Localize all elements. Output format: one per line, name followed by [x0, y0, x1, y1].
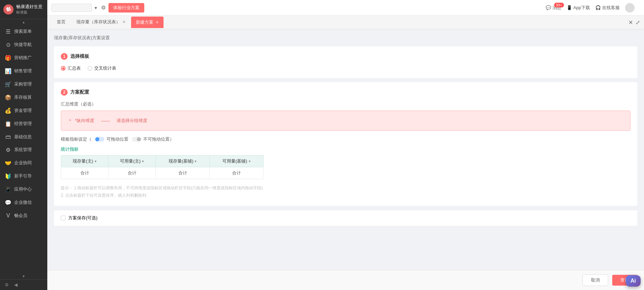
tab-expand-icon-btn[interactable]: ⤢: [636, 19, 640, 26]
message-btn[interactable]: 💬 消息 99+: [546, 5, 561, 11]
step2-card: 2 方案配置 汇总维度（必选） * *纵向维度 —— 请选择分组维度 模板指标设…: [54, 82, 637, 206]
step2-label: 2 方案配置: [61, 89, 630, 96]
topbar-right: 💬 消息 99+ 📱 App下载 🎧 在线客服: [546, 3, 640, 13]
radio-summary-table[interactable]: 汇总表: [61, 65, 81, 71]
inventory-icon: 📦: [5, 94, 11, 101]
indicators-label: 模板指标设定（: [61, 136, 92, 142]
draggable-toggle: 可拖动位置: [95, 136, 128, 142]
wechat-icon: 💬: [5, 199, 11, 206]
sidebar-nav: ☰ 搜索菜单 ⊙ 快捷导航 🎁 营销推广 📊 销售管理 🛒 采购管理 📦 库存核…: [0, 25, 47, 273]
purchase-icon: 🛒: [5, 81, 11, 88]
tab-new-plan-close-btn[interactable]: ✕: [155, 20, 159, 25]
dimension-hint: 请选择分组维度: [117, 118, 147, 124]
sidebar-item-label: 搜索菜单: [14, 28, 32, 34]
sales-icon: 📊: [5, 68, 11, 74]
sidebar-item-app-center[interactable]: 📱 应用中心: [0, 183, 47, 196]
ai-fab-button[interactable]: Ai: [626, 275, 641, 287]
col4-header[interactable]: 可用量(基辅) ▾: [209, 155, 263, 167]
sidebar-logo: 畅 畅康通好生意 标准版: [0, 0, 47, 19]
search-dropdown-btn[interactable]: ▾: [95, 5, 97, 10]
dimension-box[interactable]: * *纵向维度 —— 请选择分组维度: [61, 111, 630, 131]
hint-2: 2. 点击标题栏下拉可设置排序、插入列和删除列: [61, 192, 630, 199]
vip-icon: V: [5, 213, 11, 219]
trial-btn[interactable]: 体验行业方案: [108, 3, 144, 13]
new-guide-icon: 🔰: [5, 173, 11, 179]
hint-1: 提示： 1.拖动标题栏可以调整布局，不可跨维度或指标区域拖动栏目字段(只能在同一…: [61, 185, 630, 192]
sidebar-item-sales[interactable]: 📊 销售管理: [0, 65, 47, 78]
dimension-separator: ——: [101, 118, 110, 123]
search-input[interactable]: [51, 4, 92, 12]
sidebar-item-wechat[interactable]: 💬 企业微信: [0, 196, 47, 209]
tab-inventory-close-btn[interactable]: ✕: [122, 20, 126, 24]
system-icon: ⚙: [5, 147, 11, 153]
sidebar-item-label: 销售管理: [14, 68, 32, 74]
sidebar-item-new-guide[interactable]: 🔰 新手引导: [0, 170, 47, 183]
sidebar-item-label: 库存核算: [14, 94, 32, 100]
col2-header[interactable]: 可用量(主) ▾: [108, 155, 156, 167]
tab-inventory-status[interactable]: 现存量（库存状况表） ✕: [71, 16, 131, 29]
stats-table: 现存量(主) ▾ 可用量(主) ▾ 现存量(基辅: [61, 155, 264, 179]
save-checkbox-label: 方案保存(可选): [68, 215, 98, 221]
sidebar-item-label: 应用中心: [14, 186, 32, 192]
app-download-btn[interactable]: 📱 App下载: [567, 5, 590, 11]
non-draggable-toggle-switch: [132, 137, 141, 142]
message-badge: 99+: [554, 3, 564, 7]
step1-title: 选择模板: [70, 53, 89, 59]
help-icon[interactable]: ◀: [14, 282, 18, 287]
sidebar-item-marketing[interactable]: 🎁 营销推广: [0, 51, 47, 65]
template-radio-group: 汇总表 交叉统计表: [61, 65, 630, 71]
indicators-setting-row: 模板指标设定（ 可拖动位置 不可拖动位置）: [61, 136, 630, 142]
col2-chevron-icon: ▾: [142, 159, 144, 164]
col3-header[interactable]: 现存量(基辅) ▾: [156, 155, 209, 167]
sidebar-scroll-up[interactable]: ▲: [0, 19, 47, 25]
tab-inventory-status-label: 现存量（库存状况表）: [76, 19, 120, 25]
sidebar-item-finance[interactable]: 💰 资金管理: [0, 104, 47, 117]
sidebar-item-system[interactable]: ⚙ 系统管理: [0, 143, 47, 156]
settings-icon[interactable]: ⚙: [5, 282, 9, 287]
col1-header[interactable]: 现存量(主) ▾: [61, 155, 108, 167]
sidebar-item-operation[interactable]: 📋 经营管理: [0, 117, 47, 130]
app-download-label: App下载: [573, 5, 590, 11]
radio-cross-table[interactable]: 交叉统计表: [88, 65, 116, 71]
sidebar-item-cooperation[interactable]: 🤝 企业协同: [0, 156, 47, 170]
sidebar-item-label: 采购管理: [14, 81, 32, 87]
save-checkbox[interactable]: [61, 216, 66, 220]
cancel-button[interactable]: 取消: [583, 274, 608, 286]
sidebar-scroll-down[interactable]: ▼: [0, 273, 47, 279]
service-btn[interactable]: 🎧 在线客服: [595, 5, 620, 11]
sidebar-item-search-menu[interactable]: ☰ 搜索菜单: [0, 25, 47, 38]
sidebar-item-label: 资金管理: [14, 107, 32, 114]
radio-dot-summary: [61, 66, 66, 71]
bottom-bar: 取消 查询: [47, 270, 644, 290]
phone-icon: 📱: [567, 5, 572, 10]
cooperation-icon: 🤝: [5, 160, 11, 166]
basic-info-icon: 🗃: [5, 134, 11, 140]
main-area: ▾ ⚙ 体验行业方案 💬 消息 99+ 📱 App下载 🎧 在线客服 首页: [47, 0, 644, 290]
hint-section: 提示： 1.拖动标题栏可以调整布局，不可跨维度或指标区域拖动栏目字段(只能在同一…: [61, 185, 630, 199]
step2-title: 方案配置: [70, 89, 89, 95]
tab-close-icon-btn[interactable]: ✕: [628, 19, 633, 26]
radio-dot-cross: [88, 66, 92, 71]
sidebar-item-basic-info[interactable]: 🗃 基础信息: [0, 130, 47, 143]
col3-cell: 合计: [156, 167, 209, 179]
app-name: 畅康通好生意: [16, 4, 43, 10]
sidebar-item-purchase[interactable]: 🛒 采购管理: [0, 78, 47, 91]
search-menu-icon: ☰: [5, 28, 11, 35]
col1-cell: 合计: [61, 167, 108, 179]
col1-chevron-icon: ▾: [95, 159, 97, 164]
sidebar-item-quick-nav[interactable]: ⊙ 快捷导航: [0, 38, 47, 51]
app-version: 标准版: [16, 10, 43, 15]
step2-number: 2: [61, 89, 68, 96]
topbar: ▾ ⚙ 体验行业方案 💬 消息 99+ 📱 App下载 🎧 在线客服: [47, 0, 644, 16]
sidebar-item-inventory[interactable]: 📦 库存核算: [0, 91, 47, 104]
message-icon: 💬: [546, 5, 551, 10]
draggable-toggle-switch[interactable]: [95, 137, 104, 142]
tab-home[interactable]: 首页: [51, 16, 71, 29]
sidebar-item-vip[interactable]: V 畅会员: [0, 209, 47, 222]
sidebar-item-label: 畅会员: [14, 213, 27, 219]
gear-btn[interactable]: ⚙: [101, 4, 106, 11]
col4-chevron-icon: ▾: [249, 159, 251, 164]
sidebar-item-label: 快捷导航: [14, 42, 32, 48]
radio-cross-label: 交叉统计表: [94, 65, 116, 71]
tab-new-plan[interactable]: 新建方案 ✕: [131, 17, 164, 28]
